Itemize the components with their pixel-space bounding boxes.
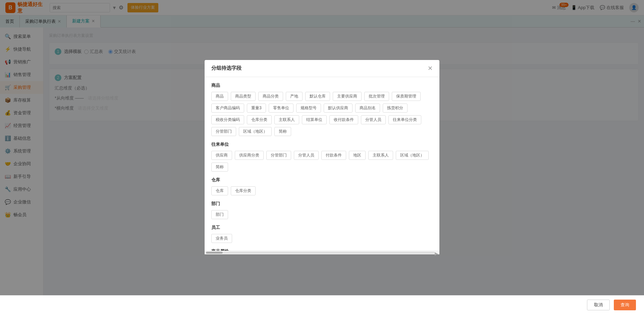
field-section-product-attr: 商品属性 属性 颜色 多规格 尺码 鞋码 1 xyxy=(211,248,433,251)
field-tag-region-counterpart[interactable]: 区域（地区） xyxy=(396,151,429,160)
field-tag-supplier[interactable]: 供应商 xyxy=(211,151,232,160)
section-title-counterpart: 往来单位 xyxy=(211,141,433,147)
field-tag-payment-terms[interactable]: 收付款条件 xyxy=(329,115,358,124)
cancel-button[interactable]: 取消 xyxy=(587,300,610,310)
field-tag-origin[interactable]: 产地 xyxy=(286,92,303,101)
modal-body[interactable]: 商品 商品 商品类型 商品分类 产地 默认仓库 主要供应商 批次管理 保质期管理… xyxy=(205,77,439,251)
field-tag-salesperson[interactable]: 业务员 xyxy=(211,234,232,243)
field-tag-warehouse-cat[interactable]: 仓库分类 xyxy=(231,186,256,195)
field-tag-retail-unit[interactable]: 零售单位 xyxy=(269,104,293,113)
field-tag-warehouse[interactable]: 仓库 xyxy=(211,186,228,195)
confirm-button[interactable]: 查询 xyxy=(614,300,636,310)
modal-close-button[interactable]: ✕ xyxy=(428,65,433,72)
field-tag-weight3[interactable]: 重量3 xyxy=(247,104,266,113)
department-field-tags: 部门 xyxy=(211,210,433,219)
field-tag-main-supplier[interactable]: 主要供应商 xyxy=(333,92,362,101)
warehouse-field-tags: 仓库 仓库分类 xyxy=(211,186,433,195)
section-title-employee: 员工 xyxy=(211,225,433,231)
field-tag-abbr-goods[interactable]: 简称 xyxy=(274,127,291,136)
modal-header: 分组待选字段 ✕ xyxy=(205,60,439,77)
field-tag-payment-condition[interactable]: 付款条件 xyxy=(321,151,346,160)
horizontal-scrollbar[interactable]: ▶ xyxy=(205,251,439,254)
field-tag-customer-code[interactable]: 客户商品编码 xyxy=(211,104,244,113)
field-select-modal: 分组待选字段 ✕ 商品 商品 商品类型 商品分类 产地 默认仓库 主要供应商 批… xyxy=(205,60,439,254)
field-section-warehouse: 仓库 仓库 仓库分类 xyxy=(211,177,433,195)
field-section-counterpart: 往来单位 供应商 供应商分类 分管部门 分管人员 付款条件 地区 主联系人 区域… xyxy=(211,141,433,172)
counterpart-field-tags: 供应商 供应商分类 分管部门 分管人员 付款条件 地区 主联系人 区域（地区） … xyxy=(211,151,433,172)
field-tag-pick-points[interactable]: 拣货积分 xyxy=(383,104,408,113)
field-tag-area[interactable]: 地区 xyxy=(349,151,366,160)
section-title-goods: 商品 xyxy=(211,82,433,88)
field-tag-goods[interactable]: 商品 xyxy=(211,92,228,101)
field-tag-abbr-counterpart[interactable]: 简称 xyxy=(211,163,228,172)
field-tag-dept-counterpart[interactable]: 分管部门 xyxy=(266,151,291,160)
employee-field-tags: 业务员 xyxy=(211,234,433,243)
field-tag-default-supplier[interactable]: 默认供应商 xyxy=(324,104,353,113)
field-section-employee: 员工 业务员 xyxy=(211,225,433,243)
section-title-product-attr: 商品属性 xyxy=(211,248,433,251)
field-tag-person-counterpart[interactable]: 分管人员 xyxy=(294,151,319,160)
field-tag-region-goods[interactable]: 区域（地区） xyxy=(239,127,272,136)
field-tag-settlement-unit[interactable]: 结算单位 xyxy=(302,115,327,124)
field-tag-goods-category[interactable]: 商品分类 xyxy=(258,92,283,101)
field-section-department: 部门 部门 xyxy=(211,201,433,219)
field-tag-goods-alias[interactable]: 商品别名 xyxy=(355,104,380,113)
hscroll-thumb xyxy=(206,252,223,254)
field-tag-department[interactable]: 部门 xyxy=(211,210,228,219)
hscroll-track xyxy=(223,252,435,254)
field-section-goods: 商品 商品 商品类型 商品分类 产地 默认仓库 主要供应商 批次管理 保质期管理… xyxy=(211,82,433,136)
section-title-department: 部门 xyxy=(211,201,433,207)
field-tag-tax-code[interactable]: 税收分类编码 xyxy=(211,115,244,124)
field-tag-main-contact-counterpart[interactable]: 主联系人 xyxy=(368,151,393,160)
field-tag-spec-model[interactable]: 规格型号 xyxy=(296,104,321,113)
field-tag-counterpart-category[interactable]: 往来单位分类 xyxy=(388,115,421,124)
bottom-footer: 取消 查询 xyxy=(0,295,644,314)
hscroll-right-arrow[interactable]: ▶ xyxy=(435,251,438,254)
field-tag-dept[interactable]: 分管部门 xyxy=(211,127,236,136)
section-title-warehouse: 仓库 xyxy=(211,177,433,183)
field-tag-default-warehouse[interactable]: 默认仓库 xyxy=(305,92,330,101)
field-tag-main-contact[interactable]: 主联系人 xyxy=(274,115,299,124)
modal-overlay: 分组待选字段 ✕ 商品 商品 商品类型 商品分类 产地 默认仓库 主要供应商 批… xyxy=(0,0,644,314)
field-tag-supplier-category[interactable]: 供应商分类 xyxy=(235,151,264,160)
field-tag-expiry-management[interactable]: 保质期管理 xyxy=(392,92,421,101)
field-tag-goods-type[interactable]: 商品类型 xyxy=(231,92,256,101)
goods-field-tags: 商品 商品类型 商品分类 产地 默认仓库 主要供应商 批次管理 保质期管理 客户… xyxy=(211,92,433,136)
field-tag-batch-management[interactable]: 批次管理 xyxy=(364,92,389,101)
field-tag-warehouse-category[interactable]: 仓库分类 xyxy=(247,115,272,124)
field-tag-responsible-person[interactable]: 分管人员 xyxy=(361,115,386,124)
modal-title: 分组待选字段 xyxy=(211,65,241,71)
